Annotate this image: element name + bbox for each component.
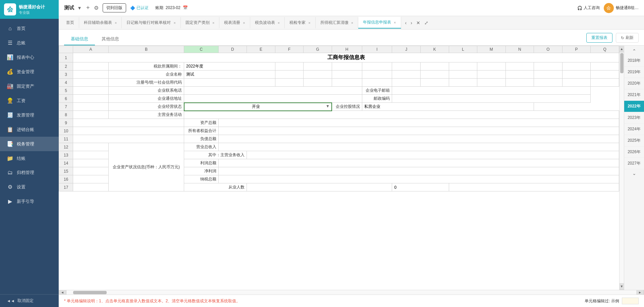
sidebar-item-税务管理[interactable]: 📑税务管理 [0, 137, 59, 151]
tab-年报信息申报表[interactable]: 年报信息申报表× [358, 17, 401, 29]
sheet-cell[interactable] [362, 62, 392, 71]
tab-首页[interactable]: 首页 [61, 17, 79, 28]
sheet-title-cell[interactable]: 工商年报信息表 [73, 53, 619, 62]
sheet-cell[interactable] [275, 79, 304, 87]
settings-icon[interactable]: ⚙ [94, 5, 99, 11]
tab-税负波动表[interactable]: 税负波动表× [250, 17, 285, 28]
tab-税检专家[interactable]: 税检专家× [285, 17, 315, 28]
sheet-cell[interactable] [477, 62, 506, 71]
sheet-cell[interactable] [304, 79, 332, 87]
sheet-cell[interactable] [247, 183, 392, 191]
tab-日记账与银行对账单核对[interactable]: 日记账与银行对账单核对× [122, 17, 180, 28]
horizontal-scrollbar[interactable]: ◄ ► [59, 290, 644, 295]
sheet-cell[interactable] [218, 135, 619, 143]
sheet-cell[interactable] [218, 127, 619, 135]
sheet-cell[interactable] [562, 79, 591, 87]
sheet-cell[interactable] [449, 183, 619, 191]
sheet-cell[interactable] [477, 71, 506, 79]
sheet-cell[interactable] [275, 62, 304, 71]
sheet-cell[interactable] [218, 159, 619, 167]
sheet-cell[interactable] [420, 71, 449, 79]
sheet-cell[interactable] [362, 79, 392, 87]
sheet-cell[interactable] [218, 167, 619, 175]
sheet-cell[interactable] [184, 95, 362, 103]
sheet-cell[interactable] [562, 62, 591, 71]
sheet-cell[interactable]: 测试 [184, 71, 275, 79]
tab-close-all-button[interactable]: ✕ [415, 19, 422, 26]
sheet-cell[interactable] [392, 79, 421, 87]
scroll-up-button[interactable]: ▲ [620, 46, 624, 52]
year-item-2018年[interactable]: 2018年 [624, 55, 644, 67]
tab-所得税汇算清缴[interactable]: 所得税汇算清缴× [316, 17, 358, 28]
sheet-cell[interactable] [392, 95, 591, 103]
subtab-基础信息[interactable]: 基础信息 [64, 33, 95, 45]
sheet-cell[interactable] [534, 71, 562, 79]
sheet-cell[interactable] [184, 87, 362, 95]
tab-close-icon[interactable]: × [173, 21, 175, 25]
sheet-cell[interactable] [420, 79, 449, 87]
year-item-2024年[interactable]: 2024年 [624, 124, 644, 135]
tab-close-icon[interactable]: × [212, 21, 214, 25]
sheet-cell[interactable] [332, 62, 362, 71]
hscroll-left-button[interactable]: ◄ [59, 290, 66, 295]
sheet-cell[interactable] [247, 151, 619, 159]
sheet-cell[interactable] [184, 79, 275, 87]
sheet-cell[interactable] [218, 119, 619, 127]
hscroll-right-button[interactable]: ► [636, 290, 644, 295]
sidebar-item-归档管理[interactable]: 🗂归档管理 [0, 166, 59, 180]
switch-old-version-button[interactable]: 切到旧版 [103, 3, 126, 12]
year-item-2019年[interactable]: 2019年 [624, 67, 644, 78]
sheet-cell[interactable] [275, 71, 304, 79]
sheet-cell[interactable] [304, 62, 332, 71]
sheet-cell[interactable] [562, 71, 591, 79]
service-button[interactable]: 🎧 人工咨询 [577, 5, 600, 11]
sidebar-item-设置[interactable]: ⚙设置 [0, 180, 59, 194]
tab-close-icon[interactable]: × [243, 21, 245, 25]
sheet-cell[interactable] [534, 79, 562, 87]
sheet-cell[interactable] [449, 79, 477, 87]
sheet-cell[interactable] [332, 71, 362, 79]
sheet-cell[interactable] [332, 79, 362, 87]
tab-close-icon[interactable]: × [394, 20, 396, 25]
sheet-cell[interactable] [505, 79, 534, 87]
year-item-2023年[interactable]: 2023年 [624, 112, 644, 124]
sidebar-item-工资[interactable]: 👷工资 [0, 93, 59, 108]
tab-固定资产类别[interactable]: 固定资产类别× [181, 17, 219, 28]
spreadsheet-inner[interactable]: ABCDEFGHIJKLMNOPQ1工商年报信息表2税款所属期间：2022年度3… [59, 46, 619, 290]
sheet-cell[interactable] [362, 71, 392, 79]
year-item-2025年[interactable]: 2025年 [624, 135, 644, 146]
tab-prev-button[interactable]: ‹ [404, 19, 408, 26]
tab-close-icon[interactable]: × [115, 21, 117, 25]
sidebar-pin-button[interactable]: ◄◄ 取消固定 [0, 294, 59, 307]
year-item-2022年[interactable]: 2022年 [624, 101, 644, 112]
sheet-cell[interactable] [534, 62, 562, 71]
user-menu[interactable]: 会 畅捷通B组… [604, 3, 639, 13]
sheet-cell[interactable] [392, 71, 421, 79]
sheet-cell[interactable] [449, 62, 477, 71]
vertical-scrollbar[interactable]: ▲ ▼ [619, 46, 624, 290]
sheet-cell[interactable] [449, 71, 477, 79]
year-item-2027年[interactable]: 2027年 [624, 158, 644, 169]
sidebar-item-报表中心[interactable]: 📊报表中心 [0, 50, 59, 64]
sheet-cell[interactable]: 2022年度 [184, 62, 275, 71]
year-item-2020年[interactable]: 2020年 [624, 78, 644, 89]
reset-report-button[interactable]: 重置报表 [586, 33, 612, 43]
sidebar-item-新手引导[interactable]: ▶新手引导 [0, 194, 59, 209]
sheet-cell[interactable] [218, 175, 619, 183]
year-item-2021年[interactable]: 2021年 [624, 89, 644, 101]
sidebar-item-结账[interactable]: 📁结账 [0, 151, 59, 166]
subtab-其他信息[interactable]: 其他信息 [95, 33, 126, 45]
sidebar-item-固定资产[interactable]: 🏭固定资产 [0, 79, 59, 93]
sheet-cell[interactable] [218, 143, 619, 151]
module-dropdown[interactable]: ▾ [78, 5, 81, 11]
tab-expand-button[interactable]: ⤢ [423, 19, 430, 26]
operating-status-dropdown[interactable]: 开业 ▼ [184, 103, 332, 111]
hscroll-thumb[interactable] [73, 291, 107, 294]
refresh-button[interactable]: ↻ 刷新 [616, 33, 639, 43]
sheet-cell[interactable] [591, 62, 619, 71]
sheet-cell[interactable] [505, 71, 534, 79]
tab-next-button[interactable]: › [409, 19, 414, 26]
sheet-cell[interactable] [591, 79, 619, 87]
scroll-down-button[interactable]: ▼ [620, 283, 624, 290]
sidebar-item-资金管理[interactable]: 💰资金管理 [0, 64, 59, 79]
